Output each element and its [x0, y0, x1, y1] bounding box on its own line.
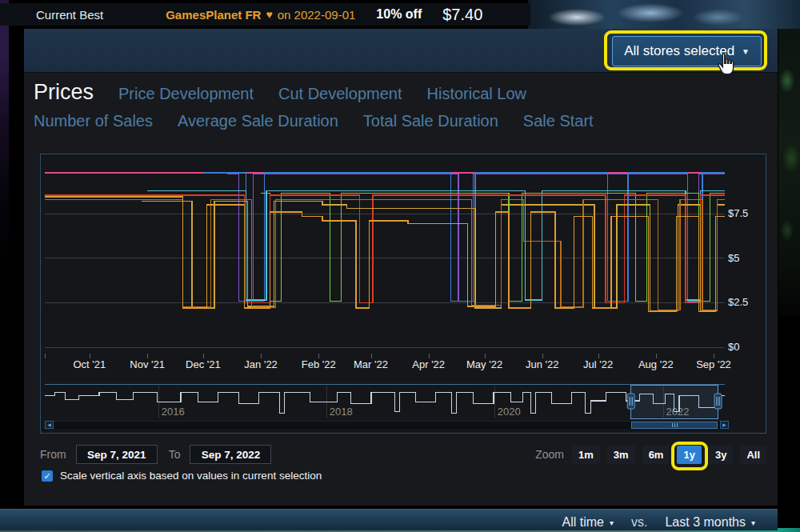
heart-icon: ♥ [266, 8, 272, 21]
x-axis-label: Mar '22 [354, 358, 388, 370]
y-axis-label: $0 [728, 341, 765, 353]
range-navigator[interactable]: 2016201820202022 [45, 384, 725, 419]
current-best-date: on 2022-09-01 [278, 8, 356, 22]
zoom-3y-button[interactable]: 3y [709, 446, 733, 464]
tab-average-sale-duration[interactable]: Average Sale Duration [178, 112, 338, 130]
current-best-cut: 10% off [376, 7, 422, 22]
y-axis-label: $7.5 [728, 207, 765, 219]
chevron-down-icon: ▾ [751, 518, 755, 527]
current-best-store[interactable]: GamesPlanet FR ♥ on 2022-09-01 [166, 8, 355, 22]
navigator-year-label: 2016 [162, 406, 185, 418]
x-axis-label: Jan '22 [244, 358, 278, 370]
background-artwork-top-right [528, 0, 800, 29]
chart-container: $7.5 $5 $2.5 $0 Oct '21Nov '21Dec '21Jan… [40, 154, 766, 434]
chevron-down-icon: ▾ [610, 518, 614, 527]
tab-historical-low[interactable]: Historical Low [427, 85, 526, 103]
current-best-bar: Current Best GamesPlanet FR ♥ on 2022-09… [0, 3, 530, 26]
scale-axis-label: Scale vertical axis based on values in c… [60, 470, 322, 482]
x-axis-label: Aug '22 [638, 358, 674, 370]
compare-vs-label: vs. [631, 515, 647, 530]
page: { "top_bar": { "label": "Current Best", … [0, 0, 800, 532]
to-date-input[interactable]: Sep 7, 2022 [190, 445, 271, 464]
scrollbar-left-arrow[interactable]: ◀ [45, 421, 54, 429]
compare-right-label: Last 3 months [665, 515, 746, 530]
compare-right-dropdown[interactable]: Last 3 months ▾ [665, 515, 755, 530]
store-filter-dropdown[interactable]: All stores selected ▼ [612, 36, 762, 66]
x-axis-label: Apr '22 [412, 358, 445, 370]
tab-total-sale-duration[interactable]: Total Sale Duration [363, 112, 498, 130]
tab-prices[interactable]: Prices [34, 80, 94, 105]
compare-bar: All time ▾ vs. Last 3 months ▾ [0, 509, 778, 530]
chevron-down-icon: ▼ [742, 47, 750, 56]
tab-number-of-sales[interactable]: Number of Sales [34, 112, 153, 130]
panel-header: All stores selected ▼ [24, 29, 778, 72]
scrollbar-thumb[interactable] [631, 422, 718, 429]
chart-tabs: Prices Price Development Cut Development… [34, 80, 738, 138]
zoom-3m-button[interactable]: 3m [607, 446, 635, 464]
x-axis-label: Sep '22 [696, 358, 731, 370]
x-axis-label: May '22 [466, 358, 502, 370]
tab-cut-development[interactable]: Cut Development [278, 85, 402, 103]
x-axis-label: Nov '21 [130, 358, 165, 370]
y-axis-label: $2.5 [728, 296, 765, 308]
zoom-1m-button[interactable]: 1m [572, 446, 600, 464]
x-axis-label: Dec '21 [186, 358, 221, 370]
store-name[interactable]: GamesPlanet FR [166, 8, 261, 22]
navigator-year-label: 2018 [330, 406, 353, 418]
navigator-year-label: 2020 [498, 406, 521, 418]
navigator-handle-left[interactable] [627, 394, 634, 409]
scale-axis-option: ✓ Scale vertical axis based on values in… [42, 470, 322, 482]
from-label: From [40, 448, 66, 461]
scrollbar-right-arrow[interactable]: ▶ [720, 421, 729, 429]
scrollbar-track[interactable] [54, 421, 720, 429]
tab-sale-start[interactable]: Sale Start [523, 112, 594, 130]
price-series-store-green [261, 194, 725, 302]
zoom-all-button[interactable]: All [740, 446, 766, 464]
zoom-label: Zoom [535, 448, 564, 461]
from-date-input[interactable]: Sep 7, 2021 [76, 445, 158, 464]
current-best-price: $7.40 [442, 6, 482, 24]
tab-price-development[interactable]: Price Development [118, 85, 254, 103]
background-artwork-right [778, 29, 800, 317]
navigator-selection[interactable] [631, 385, 718, 418]
scale-axis-checkbox[interactable]: ✓ [42, 470, 53, 482]
x-axis-label: Feb '22 [302, 358, 336, 370]
navigator-scrollbar: ◀ ▶ [45, 421, 729, 429]
compare-left-label: All time [562, 515, 604, 530]
price-series-store-cyan [147, 190, 725, 300]
x-axis-tick [45, 354, 46, 358]
to-label: To [169, 448, 181, 461]
x-axis-label: Jun '22 [526, 358, 559, 370]
x-axis-label: Oct '21 [74, 358, 106, 370]
zoom-6m-button[interactable]: 6m [642, 446, 670, 464]
navigator-series [45, 393, 725, 414]
x-axis-label: Jul '22 [583, 358, 613, 370]
y-axis-label: $5 [728, 252, 765, 264]
navigator-handle-right[interactable] [714, 394, 722, 409]
x-axis: Oct '21Nov '21Dec '21Jan '22Feb '22Mar '… [45, 354, 725, 371]
compare-left-dropdown[interactable]: All time ▾ [562, 515, 614, 530]
range-controls: From Sep 7, 2021 To Sep 7, 2022 Zoom 1m … [40, 442, 766, 466]
current-best-label: Current Best [36, 8, 103, 22]
background-artwork-left [0, 0, 9, 276]
price-series-store-red [45, 195, 725, 303]
zoom-1y-button[interactable]: 1y [677, 446, 701, 464]
mouse-cursor-icon [715, 53, 736, 77]
price-chart-plot[interactable] [45, 161, 725, 350]
price-series-store-gold [142, 202, 725, 311]
price-history-panel: All stores selected ▼ Prices Price Devel… [24, 29, 778, 506]
